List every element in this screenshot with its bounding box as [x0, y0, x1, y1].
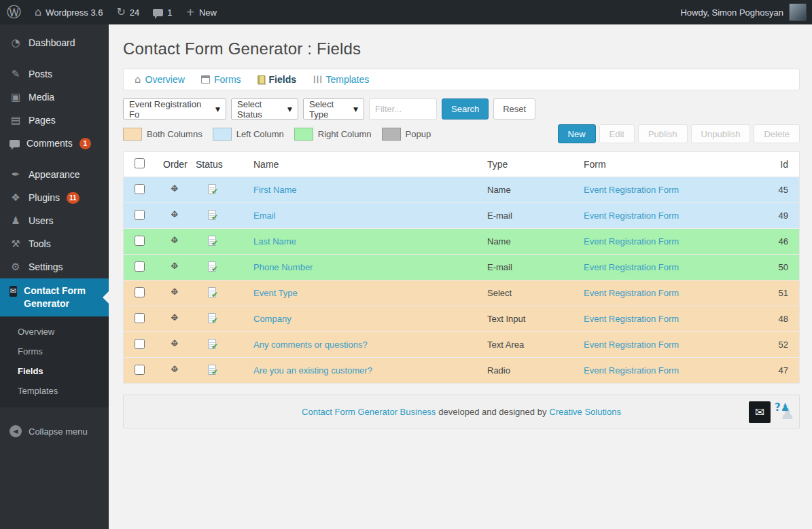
status-published-icon[interactable]: [208, 210, 216, 220]
field-name-link[interactable]: Company: [253, 314, 292, 324]
wrench-icon: ⚒: [10, 238, 22, 250]
form-name-link[interactable]: Event Registration Form: [584, 185, 679, 195]
tab-overview[interactable]: ⌂Overview: [128, 73, 192, 86]
status-published-icon[interactable]: [208, 184, 216, 194]
sidebar-item-label: Comments: [27, 138, 73, 149]
form-name-link[interactable]: Event Registration Form: [584, 236, 679, 247]
updates-link[interactable]: ↻ 24: [109, 0, 146, 24]
product-link[interactable]: Contact Form Generator Business: [302, 407, 436, 417]
row-checkbox[interactable]: [135, 210, 145, 220]
status-published-icon[interactable]: [208, 339, 216, 349]
form-name-link[interactable]: Event Registration Form: [584, 365, 679, 376]
user-avatar[interactable]: [789, 3, 807, 21]
sidebar-item-contact-form-generator[interactable]: ✉ Contact Form Generator: [0, 278, 109, 316]
col-header-id: Id: [767, 159, 799, 170]
form-name-link[interactable]: Event Registration Form: [584, 211, 679, 221]
filter-input[interactable]: [369, 98, 437, 120]
row-form-cell: Event Registration Form: [570, 262, 767, 272]
drag-handle-icon[interactable]: [169, 287, 180, 297]
row-checkbox[interactable]: [135, 313, 145, 323]
status-published-icon[interactable]: [208, 287, 216, 297]
wordpress-menu[interactable]: Ⓦ: [0, 0, 28, 24]
drag-handle-icon[interactable]: [169, 183, 180, 194]
row-checkbox[interactable]: [135, 236, 145, 246]
envelope-badge-icon[interactable]: ✉: [749, 401, 771, 423]
menu-separator: [0, 155, 109, 163]
field-name-link[interactable]: Email: [253, 211, 276, 221]
submenu-item-overview[interactable]: Overview: [0, 322, 109, 342]
tab-fields[interactable]: Fields: [251, 74, 303, 85]
status-filter-select[interactable]: Select Status ▼: [231, 98, 298, 120]
row-checkbox[interactable]: [135, 365, 145, 375]
field-name-link[interactable]: First Name: [253, 185, 297, 195]
field-name-link[interactable]: Any comments or questions?: [253, 340, 368, 350]
form-name-link[interactable]: Event Registration Form: [584, 314, 679, 324]
sidebar-item-tools[interactable]: ⚒Tools: [0, 232, 109, 255]
drag-handle-icon[interactable]: [169, 235, 180, 246]
row-form-cell: Event Registration Form: [570, 288, 767, 298]
tab-forms[interactable]: Forms: [194, 74, 248, 85]
row-name-cell: Are you an existing customer?: [240, 365, 474, 376]
updates-icon: ↻: [116, 7, 125, 18]
status-published-icon[interactable]: [208, 365, 216, 375]
submenu-item-forms[interactable]: Forms: [0, 342, 109, 361]
pages-icon: ▤: [10, 114, 22, 126]
status-published-icon[interactable]: [208, 261, 216, 272]
form-filter-select[interactable]: Event Registration Fo ▼: [123, 98, 226, 120]
unpublish-button[interactable]: Unpublish: [691, 124, 751, 143]
tab-label: Forms: [214, 74, 241, 85]
form-name-link[interactable]: Event Registration Form: [584, 262, 679, 272]
new-button[interactable]: New: [558, 124, 596, 143]
reset-button[interactable]: Reset: [493, 98, 535, 120]
row-checkbox[interactable]: [135, 339, 145, 349]
submenu-item-templates[interactable]: Templates: [0, 381, 109, 401]
sidebar-item-users[interactable]: ♟Users: [0, 209, 109, 232]
sidebar-item-posts[interactable]: ✎Posts: [0, 62, 109, 86]
sidebar-item-comments[interactable]: Comments1: [0, 132, 109, 155]
select-all-checkbox[interactable]: [135, 158, 145, 168]
howdy-text[interactable]: Howdy, Simon Poghosyan: [680, 7, 783, 18]
collapse-menu-button[interactable]: ◀ Collapse menu: [0, 417, 109, 437]
status-published-icon[interactable]: [208, 236, 216, 246]
table-row: First NameNameEvent Registration Form45: [124, 177, 799, 202]
field-name-link[interactable]: Phone Number: [253, 262, 313, 272]
drag-handle-icon[interactable]: [169, 338, 180, 349]
row-type-cell: Name: [474, 185, 570, 195]
cfg-submenu: OverviewFormsFieldsTemplates: [0, 316, 109, 407]
sidebar-item-media[interactable]: ▣Media: [0, 86, 109, 109]
row-form-cell: Event Registration Form: [570, 211, 767, 221]
drag-handle-icon[interactable]: [169, 209, 180, 220]
field-name-link[interactable]: Event Type: [253, 288, 298, 298]
edit-button[interactable]: Edit: [599, 124, 635, 143]
site-link[interactable]: ⌂ Wordpress 3.6: [28, 0, 109, 24]
drag-handle-icon[interactable]: [169, 364, 180, 375]
status-published-icon[interactable]: [208, 313, 216, 323]
submenu-item-fields[interactable]: Fields: [0, 361, 109, 381]
field-name-link[interactable]: Are you an existing customer?: [253, 365, 372, 376]
bulk-actions: NewEditPublishUnpublishDelete: [558, 124, 800, 143]
tab-templates[interactable]: ☰Templates: [306, 73, 376, 86]
sidebar-item-plugins[interactable]: ❖Plugins11: [0, 186, 109, 209]
new-content-menu[interactable]: + New: [179, 0, 224, 24]
search-button[interactable]: Search: [442, 98, 489, 120]
support-question-icon[interactable]: [775, 401, 792, 423]
row-id-cell: 46: [767, 236, 799, 247]
publish-button[interactable]: Publish: [638, 124, 688, 143]
sidebar-item-pages[interactable]: ▤Pages: [0, 109, 109, 132]
row-checkbox[interactable]: [135, 261, 145, 272]
form-name-link[interactable]: Event Registration Form: [584, 288, 679, 298]
row-checkbox[interactable]: [135, 184, 145, 194]
drag-handle-icon[interactable]: [169, 261, 180, 272]
comments-link[interactable]: 1: [146, 0, 179, 24]
sidebar-item-dashboard[interactable]: ◔Dashboard: [0, 31, 109, 54]
form-name-link[interactable]: Event Registration Form: [584, 340, 679, 350]
sidebar-item-settings[interactable]: ⚙Settings: [0, 255, 109, 278]
type-filter-select[interactable]: Select Type ▼: [303, 98, 364, 120]
sidebar-item-appearance[interactable]: ✒Appearance: [0, 163, 109, 186]
row-order-cell: [154, 287, 196, 299]
field-name-link[interactable]: Last Name: [253, 236, 296, 247]
author-link[interactable]: Creative Solutions: [549, 407, 621, 417]
drag-handle-icon[interactable]: [169, 312, 180, 323]
delete-button[interactable]: Delete: [754, 124, 800, 143]
row-checkbox[interactable]: [135, 287, 145, 297]
